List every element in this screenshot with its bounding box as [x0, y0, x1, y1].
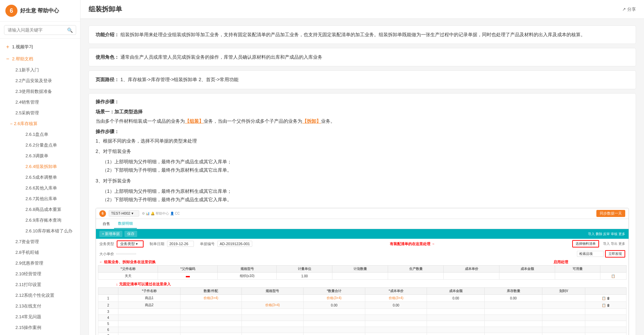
- th-stock-qty: 库存数量: [485, 288, 542, 295]
- search-icon: 🔍: [67, 27, 73, 33]
- sidebar-item-2-6-10[interactable]: 2.6.10库存账本错了么办: [20, 226, 80, 236]
- sidebar-search-area[interactable]: 🔍: [0, 22, 80, 39]
- step1: 1、根据不同的业务，选择不同单据的类型来处理: [96, 137, 629, 145]
- sidebar-item-2-14[interactable]: 2.14常见问题: [10, 312, 80, 322]
- sidebar-item-2-3[interactable]: 2.3使用前数据准备: [10, 86, 80, 97]
- sidebar-item-2-6-2[interactable]: 2.6.2分量盘点单: [20, 140, 80, 151]
- sidebar-item-2-9[interactable]: 2.9优惠券管理: [10, 258, 80, 269]
- app-tab-home[interactable]: 自售: [99, 219, 114, 228]
- sidebar-item-2-4[interactable]: 2.4销售管理: [10, 97, 80, 108]
- form-num-label: 单据编号: [200, 241, 215, 246]
- sidebar-item-2-6-9[interactable]: 2.6.9库存账本查询: [20, 215, 80, 226]
- child-table: *子件名称 数量/件配 规格型号 *数量合计 *成本单价 成本金额 库存数量 划…: [98, 287, 627, 335]
- sidebar-item-2-8[interactable]: 2.8手机旺铺: [10, 247, 80, 258]
- logo-label: 好生意 帮助中心: [20, 7, 59, 14]
- form-label2: 大小单价: [99, 252, 114, 257]
- main-area: 组装拆卸单 ↗ 分享 功能介绍： 组装拆卸单用来处理企业组装或拆卸等加工业务，支…: [80, 0, 644, 335]
- app-logo-small: 6: [99, 210, 106, 217]
- sidebar-item-2-6-3[interactable]: 2.6.3调拨单: [20, 151, 80, 161]
- child-table-row: 2 商品2 价格(3+4) 0.00 0.00 📋 🗑: [98, 302, 627, 309]
- step3-1: （1）上部明细为父件明细，最终作为原材料生成其它出库单；: [102, 187, 629, 196]
- sidebar-item-video[interactable]: + 1.视频学习: [0, 41, 80, 53]
- sidebar-item-2-6-5[interactable]: 2.6.5成本调整单: [20, 172, 80, 183]
- sidebar-item-2-11[interactable]: 2.11打印设置: [10, 279, 80, 290]
- cell-cost-price: [444, 273, 499, 280]
- sidebar-item-2-15[interactable]: 2.15操作案例: [10, 322, 80, 333]
- sidebar-item-docs[interactable]: − 2.帮助文档: [0, 53, 80, 65]
- steps-title: 操作步骤：: [96, 99, 629, 105]
- step3-2: （2）下部明细为子件明细，最终作为产成品生成其它入库单。: [102, 196, 629, 204]
- sidebar-item-2-6-8[interactable]: 2.6.8商品成本重算: [20, 204, 80, 215]
- cell-parent-code: [158, 273, 218, 280]
- app-icons: ⚙ 📊 🔔 帮助中心 👤 CC: [142, 211, 180, 216]
- th-cost-amount: 成本金额: [499, 266, 555, 273]
- sidebar-item-2-5[interactable]: 2.5采购管理: [10, 108, 80, 118]
- sync-btn[interactable]: 同步数据一天: [596, 210, 625, 217]
- sidebar-item-2-6-4[interactable]: 2.6.4组装拆卸单: [20, 161, 80, 172]
- sidebar-item-2-7[interactable]: 2.7资金管理: [10, 236, 80, 247]
- search-input[interactable]: [4, 25, 76, 35]
- app-tab-detail[interactable]: 数据明细: [114, 219, 137, 229]
- th-parent-name: *父件名称: [98, 266, 158, 273]
- th-plan-qty: 计划数量: [332, 266, 388, 273]
- app-screenshot: 6 TEST-H002 ▾ ⚙ 📊 🔔 帮助中心 👤 CC 同步数据一天 自售 …: [96, 208, 629, 335]
- sidebar: 6 好生意 帮助中心 🔍 + 1.视频学习 − 2.帮助文档 2.1新手入门 2…: [0, 0, 80, 335]
- table-row: 关天 组织(≤10) 1.00 📋: [98, 273, 627, 280]
- sidebar-item-2-12[interactable]: 2.12系统个性化设置: [10, 290, 80, 301]
- annotation-text1: 有装配清单的在这里处理 →: [255, 241, 570, 246]
- th-action: [600, 266, 626, 273]
- form-num-field[interactable]: AD-20191226-001: [217, 241, 252, 247]
- sidebar-item-2-1[interactable]: 2.1新手入门: [10, 65, 80, 75]
- scene1-desc: 当由多个子件材料组装成一个成品的业务为【组装】业务，当由一个父件拆分成多个子产品…: [96, 117, 629, 125]
- cell-prod-qty: [388, 273, 444, 280]
- th-child-cost-amt: 成本金额: [427, 288, 485, 295]
- th-qty-total: *数量合计: [303, 288, 365, 295]
- cell-row-action: 📋: [600, 273, 626, 280]
- app-form-row2: 大小单价 检索品项 立即发现: [96, 249, 629, 259]
- search-field[interactable]: 检索品项: [577, 251, 604, 257]
- toolbar-actions: 导入 删除 反审 审核 更多: [588, 232, 625, 236]
- annotation-row: ← 组装业务、拆卸业务在这里切换 启用处理: [96, 259, 629, 265]
- sidebar-item-2-6-7[interactable]: 2.6.7其他出库单: [20, 193, 80, 204]
- app-topbar: 6 TEST-H002 ▾ ⚙ 📊 🔔 帮助中心 👤 CC 同步数据一天: [96, 208, 629, 219]
- form-date-label: 制单日期: [150, 241, 164, 246]
- form-field2[interactable]: [116, 253, 136, 255]
- th-qty-ratio: 数量/件配: [180, 288, 242, 295]
- select-bom-btn[interactable]: 选择物料清单: [572, 240, 599, 247]
- sidebar-item-2-6-1[interactable]: 2.6.1盘点单: [20, 129, 80, 140]
- annotation-text2: ← 组装业务、拆卸业务在这里切换: [99, 260, 156, 264]
- disassemble-link: 【拆卸】: [302, 118, 321, 124]
- child-table-row: 3: [98, 309, 627, 315]
- th-cost-price: 成本单价: [444, 266, 499, 273]
- step2-2: （2）下部明细为子件明细，最终作为原材料生成其它出库单。: [102, 166, 629, 174]
- sidebar-item-2-10[interactable]: 2.10经营管理: [10, 269, 80, 279]
- share-button[interactable]: ↗ 分享: [622, 6, 636, 12]
- child-table-row: 7: [98, 333, 627, 335]
- th-parent-code: *父件编码: [158, 266, 218, 273]
- form-date-field[interactable]: 2019-12-26: [167, 241, 194, 247]
- form-type-field[interactable]: 业务类型 ▾: [117, 240, 144, 247]
- sidebar-item-2-13[interactable]: 2.13在线支付: [10, 301, 80, 312]
- main-header: 组装拆卸单 ↗ 分享: [80, 0, 644, 19]
- toolbar-save-btn[interactable]: 保存: [124, 231, 137, 237]
- step2-1: （1）上部明细为父件明细，最终作为产成品生成其它入库单；: [102, 158, 629, 166]
- screenshot-area: 6 TEST-H002 ▾ ⚙ 📊 🔔 帮助中心 👤 CC 同步数据一天 自售 …: [96, 208, 629, 335]
- toolbar-new-btn[interactable]: + 新增单据: [99, 231, 122, 237]
- cell-plan-qty: [332, 273, 388, 280]
- sidebar-item-2-6[interactable]: 2.6库存核算: [14, 121, 38, 127]
- more-actions: 导入 导出 更多: [603, 241, 625, 246]
- cell-cost-amount: [499, 273, 555, 280]
- child-table-row: 4: [98, 315, 627, 321]
- sidebar-item-2-6-6[interactable]: 2.6.6其他入库单: [20, 183, 80, 193]
- steps-section: 操作步骤： 场景一：加工类型选择 当由多个子件材料组装成一个成品的业务为【组装】…: [89, 93, 636, 335]
- sidebar-section-docs: − 2.帮助文档 2.1新手入门 2.2产品安装及登录 2.3使用前数据准备 2…: [0, 53, 80, 333]
- highlighted-code: [186, 276, 190, 277]
- parent-table-area: *父件名称 *父件编码 规格型号 计量单位 计划数量 生产数量 成本单价 成本金…: [96, 265, 629, 281]
- child-table-row: 5: [98, 321, 627, 327]
- scene1-title: 场景一：加工类型选择: [96, 109, 629, 115]
- confirm-btn[interactable]: 立即发现: [605, 250, 625, 258]
- main-content: 功能介绍： 组装拆卸单用来处理企业组装或拆卸等加工业务，支持有固定装配清单的产品…: [80, 19, 644, 335]
- app-nav: 自售 数据明细: [96, 219, 629, 229]
- child-table-row: 1 商品1 价格(3+4) 价格(3+4) 价格(3+4) 0.00 0.00: [98, 295, 627, 302]
- sidebar-item-2-2[interactable]: 2.2产品安装及登录: [10, 75, 80, 86]
